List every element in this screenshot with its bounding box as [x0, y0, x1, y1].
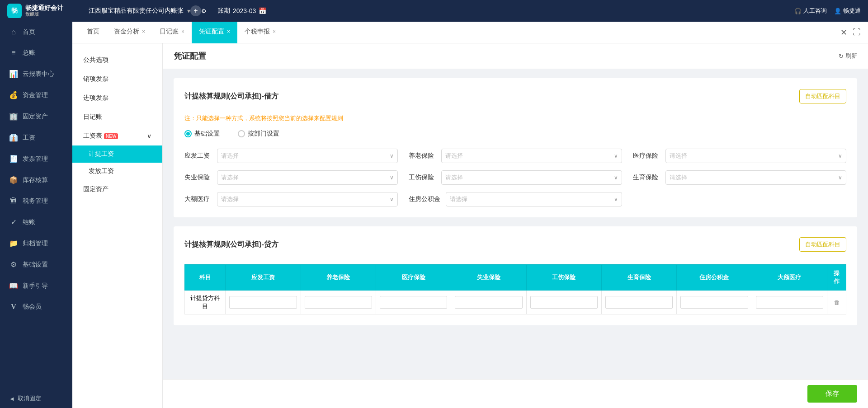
close-all-button[interactable]: ✕ [840, 28, 847, 38]
nav-item-purchase[interactable]: 进项发票 [72, 89, 162, 108]
nav-item-salary-table[interactable]: 工资表 NEW ∨ [72, 127, 162, 145]
tab-fund-close[interactable]: × [142, 28, 145, 35]
select-gongshang[interactable]: 请选择 ∨ [441, 170, 622, 185]
tab-tax[interactable]: 个税申报 × [237, 22, 283, 43]
debit-note: 注：只能选择一种方式，系统将按照您当前的选择来配置规则 [184, 114, 846, 122]
tab-voucher-close[interactable]: × [227, 28, 230, 35]
label-gongshang: 工伤保险 [409, 174, 436, 182]
nav-item-sales[interactable]: 销项发票 [72, 70, 162, 89]
row-yanglao-cell[interactable] [301, 291, 376, 314]
nav-sub-payroll[interactable]: 计提工资 [72, 145, 162, 163]
sidebar-label-settings: 基础设置 [23, 261, 48, 269]
sidebar-item-report[interactable]: 📊 云报表中心 [0, 63, 72, 84]
table-row: 计提贷方科目 🗑 [185, 291, 846, 314]
row-shengyu-cell[interactable] [601, 291, 676, 314]
row-dale-cell[interactable] [752, 291, 827, 314]
tab-tax-close[interactable]: × [273, 28, 276, 35]
tab-fund[interactable]: 资金分析 × [107, 22, 152, 43]
select-yanglao-placeholder: 请选择 [445, 152, 463, 160]
nav-label-public: 公共选项 [83, 56, 108, 64]
tab-home[interactable]: 首页 [80, 22, 107, 43]
col-yingfa: 应发工资 [226, 265, 301, 291]
row-yiliao-cell[interactable] [376, 291, 451, 314]
select-yingfa[interactable]: 请选择 ∨ [217, 149, 398, 163]
sidebar-item-ledger[interactable]: ≡ 总账 [0, 42, 72, 63]
sidebar-item-settings[interactable]: ⚙ 基础设置 [0, 254, 72, 275]
select-dale-placeholder: 请选择 [221, 195, 239, 203]
delete-icon[interactable]: 🗑 [834, 299, 840, 306]
nav-sub-pay-salary[interactable]: 发放工资 [72, 163, 162, 180]
col-shiye: 失业保险 [451, 265, 526, 291]
company-dropdown-icon[interactable]: ▾ [187, 7, 190, 14]
sidebar-item-guide[interactable]: 📖 新手引导 [0, 275, 72, 296]
row-yingfa-cell[interactable] [226, 291, 301, 314]
period-selector[interactable]: 账期 2023-03 📅 [217, 7, 266, 15]
sidebar-item-archive[interactable]: 📁 归档管理 [0, 233, 72, 254]
input-shengyu[interactable] [605, 296, 673, 309]
select-dale[interactable]: 请选择 ∨ [217, 192, 398, 206]
maximize-button[interactable]: ⛶ [853, 28, 861, 37]
app-title: 畅捷通好会计 [25, 4, 63, 12]
add-tab-button[interactable]: + [190, 5, 201, 16]
sidebar-item-invoice[interactable]: 🧾 发票管理 [0, 148, 72, 169]
credit-auto-match-button[interactable]: 自动匹配科目 [799, 237, 846, 252]
select-yiliao[interactable]: 请选择 ∨ [665, 149, 846, 163]
select-zhufang[interactable]: 请选择 ∨ [446, 192, 622, 206]
row-zhufang-cell[interactable] [677, 291, 752, 314]
col-action: 操作 [827, 265, 846, 291]
sidebar-label-inventory: 库存核算 [23, 176, 48, 184]
label-shengyu: 生育保险 [633, 174, 660, 182]
debit-auto-match-button[interactable]: 自动匹配科目 [799, 89, 846, 103]
sidebar-item-asset[interactable]: 🏢 固定资产 [0, 106, 72, 127]
radio-dept-label: 按部门设置 [248, 130, 279, 138]
company-name: 江西服宝精品有限责任公司内账张 [89, 7, 184, 15]
nav-item-fixed-asset[interactable]: 固定资产 [72, 180, 162, 199]
company-selector[interactable]: 江西服宝精品有限责任公司内账张 ▾ [89, 7, 190, 15]
sidebar-item-fund[interactable]: 💰 资金管理 [0, 84, 72, 106]
tab-journal[interactable]: 日记账 × [152, 22, 192, 43]
sidebar-item-home[interactable]: ⌂ 首页 [0, 22, 72, 42]
tab-voucher[interactable]: 凭证配置 × [192, 22, 237, 43]
input-gongshang[interactable] [530, 296, 598, 309]
row-gongshang-cell[interactable] [526, 291, 601, 314]
form-row-yingfa: 应发工资 请选择 ∨ [184, 149, 398, 163]
tab-journal-close[interactable]: × [181, 28, 184, 35]
tax-icon: 🏛 [9, 197, 18, 205]
sidebar-item-vip[interactable]: V 畅会员 [0, 296, 72, 317]
save-button[interactable]: 保存 [807, 385, 857, 403]
sidebar-item-inventory[interactable]: 📦 库存核算 [0, 169, 72, 191]
sidebar-item-salary[interactable]: 👔 工资 [0, 127, 72, 148]
input-yiliao[interactable] [380, 296, 447, 309]
nav-item-journal[interactable]: 日记账 [72, 108, 162, 127]
credit-section: 计提核算规则(公司承担)-贷方 自动匹配科目 科目 应发工资 养老保险 医疗保险 [174, 226, 857, 325]
radio-dept[interactable]: 按部门设置 [238, 130, 279, 138]
nav-item-public[interactable]: 公共选项 [72, 51, 162, 70]
service-button[interactable]: 🎧 人工咨询 [794, 7, 827, 15]
sidebar: ⌂ 首页 ≡ 总账 📊 云报表中心 💰 资金管理 🏢 固定资产 👔 工资 🧾 发… [0, 22, 72, 408]
select-shengyu[interactable]: 请选择 ∨ [665, 170, 846, 185]
input-yanglao[interactable] [305, 296, 372, 309]
radio-basic[interactable]: 基础设置 [184, 130, 220, 138]
input-shiye[interactable] [455, 296, 522, 309]
sidebar-label-guide: 新手引导 [23, 282, 48, 290]
sidebar-item-checkout[interactable]: ✓ 结账 [0, 211, 72, 233]
calendar-icon[interactable]: 📅 [259, 7, 266, 14]
sidebar-label-fund: 资金管理 [23, 91, 48, 99]
nav-label-sales: 销项发票 [83, 75, 108, 83]
input-yingfa[interactable] [229, 296, 297, 309]
row-shiye-cell[interactable] [451, 291, 526, 314]
nav-label-journal: 日记账 [83, 113, 102, 121]
input-dale[interactable] [756, 296, 823, 309]
sidebar-item-tax[interactable]: 🏛 税务管理 [0, 191, 72, 211]
user-button[interactable]: 👤 畅捷通 [834, 7, 861, 15]
select-yanglao[interactable]: 请选择 ∨ [441, 149, 622, 163]
debit-section: 计提核算规则(公司承担)-借方 自动匹配科目 注：只能选择一种方式，系统将按照您… [174, 78, 857, 217]
refresh-button[interactable]: ↻ 刷新 [839, 52, 857, 60]
guide-icon: 📖 [9, 281, 18, 290]
input-zhufang[interactable] [680, 296, 748, 309]
settings-button[interactable]: ⚙ [201, 8, 207, 14]
select-shiye[interactable]: 请选择 ∨ [217, 170, 398, 185]
cancel-fixed-button[interactable]: ◄ 取消固定 [0, 389, 72, 408]
radio-basic-circle [184, 130, 192, 137]
row-action-cell[interactable]: 🗑 [827, 291, 846, 314]
